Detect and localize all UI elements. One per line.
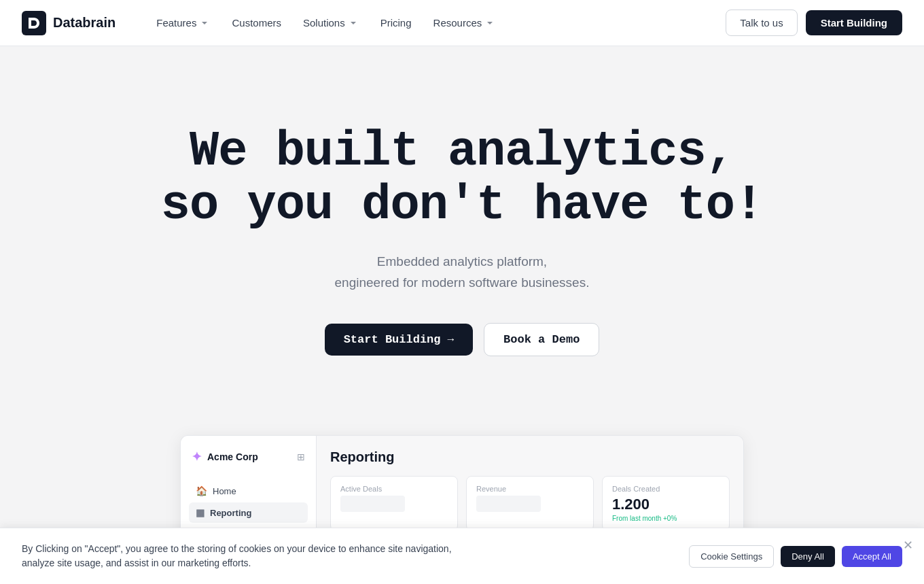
nav-item-solutions[interactable]: Solutions [295, 12, 367, 34]
metrics-row: Active Deals Revenue Deals Created 1.200… [330, 476, 730, 531]
start-building-nav-button[interactable]: Start Building [806, 10, 902, 35]
nav-item-features[interactable]: Features [148, 12, 218, 34]
nav-item-resources[interactable]: Resources [425, 12, 504, 34]
cookie-accept-button[interactable]: Accept All [842, 546, 902, 567]
grid-icon: ⊞ [297, 451, 305, 462]
nav-item-pricing[interactable]: Pricing [372, 12, 420, 34]
brand-name: Databrain [53, 15, 116, 31]
navbar-right: Talk to us Start Building [726, 10, 902, 36]
home-icon: 🏠 [196, 485, 207, 496]
arrow-right-icon: → [448, 334, 455, 346]
chevron-down-icon [199, 18, 210, 29]
cookie-text: By Clicking on "Accept", you agree to th… [22, 542, 484, 570]
hero-title: We built analytics, so you don't have to… [161, 125, 763, 233]
talk-to-us-button[interactable]: Talk to us [726, 10, 797, 36]
cookie-settings-button[interactable]: Cookie Settings [689, 545, 774, 568]
sidebar-item-home[interactable]: 🏠 Home [189, 481, 308, 501]
cookie-buttons: Cookie Settings Deny All Accept All [689, 545, 902, 568]
hero-buttons: Start Building → Book a Demo [325, 323, 600, 356]
reporting-icon: ▦ [196, 507, 205, 518]
metric-revenue: Revenue [466, 476, 594, 531]
chevron-down-icon [348, 18, 359, 29]
sidebar-company-name: ✦ Acme Corp [192, 449, 258, 464]
cookie-deny-button[interactable]: Deny All [781, 546, 835, 567]
book-demo-button[interactable]: Book a Demo [484, 323, 599, 356]
navbar: Databrain Features Customers Solutions P… [0, 0, 924, 46]
cookie-banner: By Clicking on "Accept", you agree to th… [0, 528, 924, 584]
star-icon: ✦ [192, 449, 202, 464]
hero-subtitle: Embedded analytics platform, engineered … [335, 252, 590, 293]
databrain-logo-icon [22, 11, 46, 35]
sidebar-logo-row: ✦ Acme Corp ⊞ [189, 449, 308, 464]
hero-section: We built analytics, so you don't have to… [0, 0, 924, 435]
app-page-title: Reporting [330, 449, 730, 465]
nav-links: Features Customers Solutions Pricing Res… [148, 12, 503, 34]
start-building-hero-button[interactable]: Start Building → [325, 324, 473, 356]
metric-active-deals: Active Deals [330, 476, 458, 531]
metric-deals-created: Deals Created 1.200 From last month +0% [602, 476, 730, 531]
cookie-close-button[interactable]: ✕ [903, 539, 913, 551]
nav-item-customers[interactable]: Customers [224, 12, 289, 34]
sidebar-item-reporting[interactable]: ▦ Reporting [189, 502, 308, 523]
chevron-down-icon [484, 18, 495, 29]
navbar-left: Databrain Features Customers Solutions P… [22, 11, 503, 35]
logo[interactable]: Databrain [22, 11, 116, 35]
